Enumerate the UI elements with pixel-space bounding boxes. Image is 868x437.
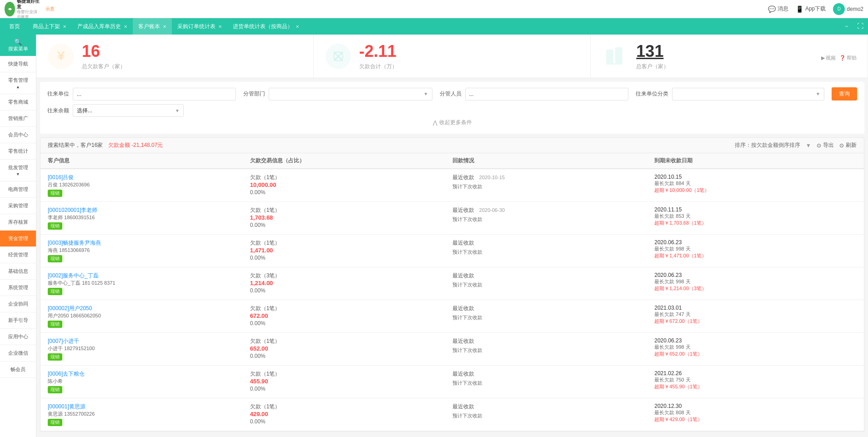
nav-maximize-btn[interactable]: ⛶: [854, 22, 866, 30]
sidebar-item-retail-mgmt[interactable]: 零售管理 ▲: [0, 72, 36, 94]
person-input[interactable]: ...: [465, 88, 628, 100]
tab-goods-stats[interactable]: 进货单统计表（按商品） ✕: [227, 18, 305, 35]
tab-purchase-stats[interactable]: 采购订单统计表 ✕: [172, 18, 227, 35]
sidebar-item-finance[interactable]: 资金管理: [0, 231, 36, 247]
sidebar-item-operations[interactable]: 经营管理: [0, 247, 36, 263]
help-label: 帮助: [847, 55, 857, 61]
user-area[interactable]: D demo2: [833, 3, 863, 15]
payment-info-1: 最近收款 2020-06-30: [452, 206, 655, 214]
help-btn[interactable]: ❓ 帮助: [839, 55, 857, 61]
debt-ratio-5: 0.00%: [250, 353, 452, 359]
debt-count-7: 欠款（1笔）: [250, 403, 452, 411]
sidebar-item-vip[interactable]: 畅会员: [0, 362, 36, 378]
overdue-amount-5[interactable]: 超期￥652.00（1笔）: [654, 351, 857, 357]
sidebar-item-ecommerce[interactable]: 电商管理: [0, 181, 36, 198]
export-btn[interactable]: ⊙ 导出: [817, 141, 834, 149]
filter-row-1: 往来单位 ... 分管部门 ▼ 分管人员 ...: [47, 87, 857, 100]
nav-minimize-btn[interactable]: －: [841, 22, 853, 30]
sidebar-item-members[interactable]: 会员中心: [0, 127, 36, 143]
tab-products-history-close[interactable]: ✕: [124, 24, 127, 29]
payment-cell-7: 最近收款 预计下次收款: [452, 403, 655, 419]
tab-purchase-stats-close[interactable]: ✕: [218, 24, 222, 29]
search-button[interactable]: 查询: [832, 87, 857, 100]
export-label: 导出: [823, 141, 834, 149]
customer-name-1[interactable]: [0001020001]李老师: [48, 206, 250, 214]
sidebar-item-inventory[interactable]: 库存核算: [0, 214, 36, 231]
overdue-amount-0[interactable]: 超期￥10,000.00（1笔）: [654, 187, 857, 194]
sidebar-item-system[interactable]: 系统管理: [0, 280, 36, 296]
sidebar-item-quick-nav[interactable]: 快捷导航: [0, 56, 36, 72]
overdue-amount-6[interactable]: 超期￥455.90（1笔）: [654, 383, 857, 390]
tab-home-label: 首页: [9, 23, 20, 30]
overdue-amount-7[interactable]: 超期￥429.00（1笔）: [654, 416, 857, 423]
overdue-cell-3: 2020.06.23 最长欠款 998 天 超期￥1,214.00（3笔）: [654, 272, 857, 292]
collapse-filter-btn[interactable]: ⋀ 收起更多条件: [47, 117, 857, 128]
overdue-cell-0: 2020.10.15 最长欠款 884 天 超期￥10,000.00（1笔）: [654, 174, 857, 194]
sidebar-search[interactable]: 🔍 搜索菜单: [0, 35, 36, 56]
stat-debt-customers: ¥ 16 总欠款客户（家）: [36, 35, 314, 78]
help-icon: ❓: [839, 55, 846, 61]
tab-customer-ledger[interactable]: 客户账本 ✕: [133, 18, 172, 35]
customer-name-4[interactable]: [000002]用户2050: [48, 305, 250, 312]
customer-cell-4: [000002]用户2050 用户2050 18665062050 现销: [48, 305, 250, 328]
customer-cell-1: [0001020001]李老师 李老师 18600391516 现销: [48, 206, 250, 230]
tab-goods-listing-close[interactable]: ✕: [63, 24, 66, 29]
last-payment-label-3: 最近收款: [452, 272, 474, 279]
tab-goods-stats-close[interactable]: ✕: [296, 24, 299, 29]
unit-category-input[interactable]: ▼: [672, 88, 824, 100]
from-unit-input[interactable]: ...: [73, 88, 236, 100]
overdue-cell-4: 2021.03.01 最长欠款 747 天 超期￥672.00（1笔）: [654, 305, 857, 325]
last-payment-date-0: 2020-10-15: [479, 175, 505, 180]
sidebar-item-marketing[interactable]: 营销推广: [0, 111, 36, 127]
logo-area: 畅捷通好生意 母婴行业演示账套: [5, 0, 41, 19]
overdue-date-0: 2020.10.15: [654, 174, 857, 180]
dept-input[interactable]: ▼: [269, 88, 432, 100]
sidebar-item-wholesale-mgmt[interactable]: 批发管理 ▼: [0, 160, 36, 181]
message-btn[interactable]: 💬 消息: [768, 5, 788, 13]
app-download-label: App下载: [805, 5, 826, 13]
refresh-icon: ⊙: [839, 142, 844, 149]
customer-name-7[interactable]: [000001]黄思源: [48, 403, 250, 411]
sidebar-item-purchase-mgmt[interactable]: 采购管理: [0, 198, 36, 214]
tab-customer-ledger-close[interactable]: ✕: [163, 24, 166, 29]
sidebar-item-retail-mall[interactable]: 零售商城: [0, 94, 36, 111]
tab-products-history[interactable]: 产成品入库单历史 ✕: [72, 18, 133, 35]
customer-tag-2: 现销: [48, 255, 62, 262]
refresh-btn[interactable]: ⊙ 刷新: [839, 141, 857, 149]
sidebar-item-wecom[interactable]: 企业微信: [0, 345, 36, 362]
sidebar-item-enterprise-collab[interactable]: 企业协同: [0, 296, 36, 312]
balance-input[interactable]: 选择... ▼: [73, 104, 184, 117]
sidebar-item-basic-info[interactable]: 基础信息: [0, 263, 36, 280]
overdue-amount-2[interactable]: 超期￥1,471.00（1笔）: [654, 252, 857, 259]
debt-ratio-2: 0.00%: [250, 255, 452, 261]
overdue-amount-3[interactable]: 超期￥1,214.00（3笔）: [654, 285, 857, 292]
payment-info-5: 最近收款: [452, 337, 655, 345]
tab-home[interactable]: 首页: [2, 18, 27, 35]
sidebar-item-retail-stats[interactable]: 零售统计: [0, 143, 36, 160]
overdue-amount-4[interactable]: 超期￥672.00（1笔）: [654, 318, 857, 325]
payment-cell-3: 最近收款 预计下次收款: [452, 272, 655, 288]
customer-name-6[interactable]: [0006]去下粮仓: [48, 370, 250, 378]
balance-label: 往来余额: [47, 107, 69, 115]
customer-name-2[interactable]: [0003]畅捷服务尹海燕: [48, 239, 250, 247]
last-payment-date-1: 2020-06-30: [479, 207, 505, 213]
overdue-amount-1[interactable]: 超期￥1,703.68（1笔）: [654, 220, 857, 226]
sidebar-item-newbie[interactable]: 新手引导: [0, 312, 36, 329]
ecommerce-label: 电商管理: [2, 186, 34, 193]
customer-name-3[interactable]: [0002]服务中心_丁磊: [48, 272, 250, 280]
overdue-days-7: 最长欠款 808 天: [654, 409, 857, 416]
app-download-btn[interactable]: 📱 App下载: [796, 5, 826, 13]
tab-purchase-stats-label: 采购订单统计表: [177, 23, 216, 30]
view-btn[interactable]: ▶ 视频: [821, 55, 836, 61]
customer-name-5[interactable]: [0007]小进千: [48, 337, 250, 345]
debt-cell-2: 欠款（1笔） 1,471.00 0.00%: [250, 239, 452, 261]
sidebar-item-app-center[interactable]: 应用中心: [0, 329, 36, 345]
payment-info-0: 最近收款 2020-10-15: [452, 174, 655, 181]
debt-count-1: 欠款（1笔）: [250, 206, 452, 214]
person-label: 分管人员: [440, 90, 462, 98]
overdue-days-1: 最长欠款 853 天: [654, 213, 857, 220]
tab-goods-listing[interactable]: 商品上下架 ✕: [27, 18, 72, 35]
customer-name-0[interactable]: [0016]吕俊: [48, 174, 250, 181]
payment-cell-2: 最近收款 预计下次收款: [452, 239, 655, 256]
overdue-date-5: 2020.06.23: [654, 337, 857, 344]
